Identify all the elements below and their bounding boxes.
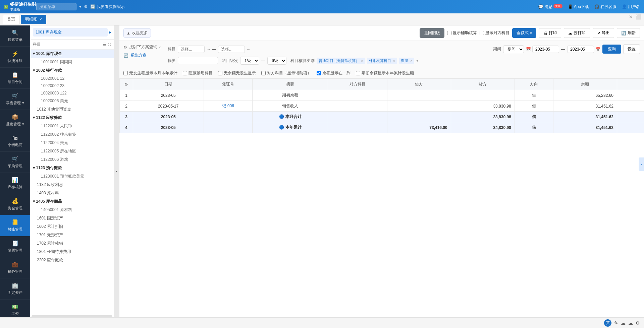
refresh-btn[interactable]: 🔄 刷新 (617, 28, 640, 38)
tree-expand-icon[interactable]: ⬡ (108, 42, 111, 47)
cb-hide-disabled[interactable]: 隐藏禁用科目 (183, 70, 213, 76)
tab-home[interactable]: 首页 (3, 15, 19, 24)
format-btn[interactable]: 金额式 ▾ (512, 28, 536, 38)
settings-icon[interactable]: ⚙ (84, 4, 88, 9)
tree-item-10010001[interactable]: 10010001 同同同 (30, 58, 114, 66)
tree-item-1012[interactable]: 1012 其他货币资金 (30, 105, 114, 114)
tree-item-1602[interactable]: 1602 累计折旧 (30, 222, 114, 231)
tree-item-1122[interactable]: ▾ 1122 应收账款 (30, 114, 114, 122)
tree-item-1701[interactable]: 1701 无形资产 (30, 231, 114, 239)
period-start-input[interactable] (532, 46, 559, 53)
table-gear-icon[interactable]: ⚙ (124, 82, 128, 87)
search-input[interactable] (36, 3, 76, 10)
sidebar-item-ecommerce[interactable]: 🛍 小畅电商 (0, 131, 30, 152)
user-avatar[interactable]: 👤 用户名 (622, 4, 640, 10)
lang-btn[interactable]: 英 (604, 319, 611, 327)
settings-filter-icon[interactable]: ⚙ (123, 45, 127, 50)
tree-item-10020006[interactable]: 10020006 美元 (30, 97, 114, 105)
demo-link[interactable]: 🔄 我要看实例演示 (90, 4, 125, 10)
tag-close-3[interactable]: × (410, 59, 412, 63)
bottom-icon-1[interactable]: ✎ (614, 320, 618, 326)
dropdown-icon[interactable]: ▾ (79, 4, 81, 9)
sidebar-item-search[interactable]: 🔍 搜索菜单 (0, 25, 30, 47)
more-btn[interactable]: ▲ 收起更多 (123, 28, 151, 38)
sidebar-item-purchase[interactable]: 🛒 采购管理 (0, 152, 30, 173)
query-btn[interactable]: 查询 (602, 45, 621, 54)
tree-item-10020003[interactable]: 10020003 122 (30, 89, 114, 97)
bottom-icon-3[interactable]: ☁ (628, 320, 633, 326)
tree-item-1702[interactable]: 1702 累计摊销 (30, 239, 114, 248)
period-end-input[interactable] (567, 46, 594, 53)
left-panel-collapse[interactable]: ‹ (114, 25, 119, 317)
sidebar-item-project[interactable]: 📋 项目合同 (0, 68, 30, 89)
tab-detail-close[interactable]: ✕ (39, 17, 42, 21)
summary-input[interactable] (178, 57, 218, 64)
subject-end-more-icon[interactable]: ··· (247, 47, 250, 52)
tree-item-1001[interactable]: ▾ 1001 库存现金 (30, 50, 114, 58)
tree-item-1403[interactable]: 1403 原材料 (30, 189, 114, 197)
subject-end-input[interactable] (218, 46, 245, 53)
maximize-btn[interactable]: ⬜ (636, 14, 641, 19)
tree-item-11220004[interactable]: 11220004 美元 (30, 139, 114, 147)
scheme-item[interactable]: 🔄 系统方案 (123, 53, 164, 58)
sidebar-item-tax[interactable]: 💼 税务管理 (0, 257, 30, 278)
show-aux-checkbox[interactable]: 显示辅助核算 (447, 30, 477, 36)
calendar-end-icon[interactable]: 📅 (595, 47, 600, 52)
tag-close-1[interactable]: × (361, 59, 363, 63)
bottom-icon-2[interactable]: ☁ (621, 320, 626, 326)
print-btn[interactable]: 🖨 打印 (539, 28, 561, 38)
tree-item-1601[interactable]: 1601 固定资产 (30, 214, 114, 222)
subject-more-icon[interactable]: ··· (207, 47, 210, 52)
tree-item-10020002[interactable]: 10020002 23 (30, 82, 114, 89)
account-arrow[interactable] (109, 31, 111, 34)
tag-close-2[interactable]: × (393, 59, 395, 63)
tree-item-11220001[interactable]: 11220001 人民币 (30, 122, 114, 130)
export-btn[interactable]: ↗ 导出 (593, 28, 614, 38)
close-window-btn[interactable]: ✕ (629, 14, 633, 19)
tree-item-1002[interactable]: ▾ 1002 银行存款 (30, 66, 114, 75)
sidebar-item-finance[interactable]: 💰 资金管理 (0, 194, 30, 215)
account-selector[interactable]: 1001 库存现金 (33, 28, 108, 37)
sidebar-item-invoice[interactable]: 🧾 发票管理 (0, 236, 30, 257)
cb-no-balance[interactable]: 无余额无发生显示 (218, 70, 256, 76)
tree-item-2202[interactable]: 2202 应付账款 (30, 256, 114, 264)
tree-item-11220005[interactable]: 11220005 所在地区 (30, 147, 114, 155)
cb-balance-one-col[interactable]: 余额显示在一列 (317, 70, 351, 76)
tree-item-11220002[interactable]: 11220002 往来标签 (30, 130, 114, 139)
back-btn[interactable]: 退回旧版 (420, 28, 444, 38)
cb-no-amount[interactable]: 无发生额显示本月本年累计 (123, 70, 177, 76)
right-side-toggle[interactable]: › (639, 157, 644, 171)
bottom-icon-4[interactable]: ⚙ (636, 320, 640, 326)
cell-voucher-2[interactable]: 记-006 (204, 101, 253, 112)
level-start-select[interactable]: 1级 (240, 57, 259, 65)
tree-item-1405[interactable]: ▾ 1405 库存商品 (30, 197, 114, 206)
sidebar-item-inventory[interactable]: 📊 库存核算 (0, 173, 30, 194)
category-dropdown-icon[interactable]: ▾ (416, 58, 418, 63)
sidebar-item-quicknav[interactable]: ⚡ 快捷导航 (0, 47, 30, 68)
show-contra-checkbox[interactable]: 显示对方科目 (480, 30, 509, 36)
tree-item-1132[interactable]: 1132 应收利息 (30, 181, 114, 189)
sidebar-item-assets[interactable]: 🏢 固定资产 (0, 278, 30, 300)
sidebar-item-retail[interactable]: 🛒 零售管理 ▾ (0, 89, 30, 110)
tree-item-1123[interactable]: ▾ 1123 预付账款 (30, 164, 114, 172)
period-type-select[interactable]: 期间 (503, 45, 524, 53)
settings-filter-btn[interactable]: 设置 (623, 44, 640, 54)
sidebar-item-wholesale[interactable]: 📦 批发管理 ▾ (0, 110, 30, 131)
app-download-btn[interactable]: 📱 App下载 (568, 4, 589, 10)
cloud-print-btn[interactable]: ☁ 云打印 (564, 28, 590, 38)
tree-list-icon[interactable]: ☰ (103, 42, 106, 47)
tab-detail[interactable]: 明细账 ✕ (21, 15, 46, 24)
tree-item-11220006[interactable]: 11220006 游戏 (30, 155, 114, 164)
tree-item-1801[interactable]: 1801 长期待摊费用 (30, 248, 114, 256)
level-end-select[interactable]: 6级 (267, 57, 286, 65)
cb-opening-balance[interactable]: 期初余额显示本年累计发生额 (356, 70, 414, 76)
subject-input[interactable] (178, 46, 205, 53)
tree-item-14050001[interactable]: 14050001 原材料 (30, 206, 114, 214)
cb-contra-subject[interactable]: 对方科目（显示辅助项） (261, 70, 311, 76)
collapse-filter-icon[interactable]: ‹ (159, 45, 161, 50)
tree-item-11230001[interactable]: 11230001 预付账款美元 (30, 172, 114, 181)
online-service-btn[interactable]: 🎧 在线客服 (594, 4, 616, 10)
message-btn[interactable]: 💬 消息 99+ (538, 4, 562, 10)
sidebar-item-salary[interactable]: 💵 工资 (0, 300, 30, 317)
sidebar-item-ledger[interactable]: 📒 总账管理 (0, 215, 30, 236)
